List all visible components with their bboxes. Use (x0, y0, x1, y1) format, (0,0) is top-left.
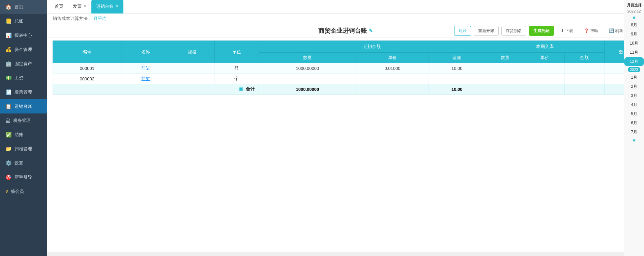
sidebar-item-guide[interactable]: 🎯 新手引导 (0, 170, 47, 184)
cell-open-amount: 10.00 (429, 63, 485, 74)
refresh-icon: 🔄 (609, 28, 614, 33)
cell-spec (170, 74, 214, 84)
month-panel-title: 月份选择 (626, 1, 642, 9)
page-title: 商贸企业进销台账 ✎ (318, 27, 373, 35)
month-2023-2[interactable]: 2月 (624, 82, 644, 91)
tab-purchase-sales[interactable]: 进销台账 ✕ (91, 0, 123, 14)
sidebar-item-settings[interactable]: ⚙️ 设置 (0, 156, 47, 170)
edit-title-icon[interactable]: ✎ (369, 28, 373, 33)
page-header: 商贸企业进销台账 ✎ 对账 重新开账 存货别名 生成凭证 ⬇ 下载 ❓ 帮助 🔄… (47, 24, 644, 38)
month-10[interactable]: 10月 (624, 39, 644, 48)
col-current-in: 本期入库 (485, 41, 605, 53)
home-icon: 🏠 (5, 4, 12, 10)
cell-open-qty (259, 74, 356, 84)
main-area: 首页 发票 ✕ 进销台账 ✕ — ⤢ ✕ 销售成本计算方法： 月平均 商贸企业进… (47, 0, 644, 256)
total-label: ▣ 合计 (53, 84, 259, 95)
cell-in-qty (485, 63, 525, 74)
table-wrapper: 编号 名称 规格 单位 期初余额 本期入库 数 数量 单价 金额 数量 单价 金… (47, 38, 644, 252)
total-icon: ▣ (239, 86, 243, 92)
total-open-unit-price (356, 84, 429, 95)
cell-in-unit-price (525, 74, 565, 84)
month-9[interactable]: 9月 (624, 30, 644, 39)
table-header-row: 编号 名称 规格 单位 期初余额 本期入库 数 (53, 41, 639, 53)
cell-in-amount (564, 74, 604, 84)
tab-home[interactable]: 首页 (50, 0, 68, 14)
generate-voucher-button[interactable]: 生成凭证 (529, 26, 554, 36)
cell-in-qty (485, 74, 525, 84)
tab-purchase-sales-close[interactable]: ✕ (116, 4, 119, 8)
sidebar-item-assets[interactable]: 🏢 固定资产 (0, 57, 47, 71)
col-open-qty: 数量 (259, 53, 356, 63)
sidebar-item-archive[interactable]: 📁 归档管理 (0, 142, 47, 156)
settings-icon: ⚙️ (5, 160, 12, 166)
ledger-icon: 📒 (5, 18, 12, 24)
col-spec: 规格 (170, 41, 214, 63)
salary-icon: 💵 (5, 75, 12, 81)
table-footer: ▣ 合计 1000.00000 10.00 (53, 84, 639, 95)
sidebar-item-capital[interactable]: 💰 资金管理 (0, 43, 47, 57)
month-2023-6[interactable]: 6月 (624, 119, 644, 128)
cost-method-label: 销售成本计算方法： 月平均 (53, 16, 639, 22)
cell-name[interactable]: 前缸 (121, 63, 170, 74)
sidebar-label-invoice-mgmt: 发票管理 (14, 89, 32, 95)
sidebar-label-salary: 工资 (14, 75, 23, 81)
sidebar-item-salary[interactable]: 💵 工资 (0, 71, 47, 85)
help-button[interactable]: ❓ 帮助 (580, 26, 602, 35)
tab-bar: 首页 发票 ✕ 进销台账 ✕ — ⤢ ✕ (47, 0, 644, 14)
sidebar: 🏠 首页 📒 总账 📊 报表中心 💰 资金管理 🏢 固定资产 💵 工资 🧾 发票… (0, 0, 47, 256)
month-panel: 月份选择 2022.12 ▲ 8月 9月 10月 11月 12月 2023 1月… (624, 0, 644, 256)
month-panel-down[interactable]: ▼ (631, 137, 638, 144)
scrollbar-area[interactable] (47, 252, 644, 256)
month-12[interactable]: 12月 (624, 57, 644, 66)
tab-invoice-label: 发票 (73, 3, 82, 9)
download-button[interactable]: ⬇ 下载 (557, 26, 577, 35)
table-row: 000001 前缸 只 1000.00000 0.01000 10.00 (53, 63, 639, 74)
col-in-qty: 数量 (485, 53, 525, 63)
col-unit: 单位 (214, 41, 259, 63)
sidebar-item-home[interactable]: 🏠 首页 (0, 0, 47, 14)
cell-name[interactable]: 前缸 (121, 74, 170, 84)
cell-open-amount (429, 74, 485, 84)
invoice-mgmt-icon: 🧾 (5, 89, 12, 95)
tab-invoice[interactable]: 发票 ✕ (68, 0, 91, 14)
total-in-unit-price (525, 84, 565, 95)
save-alias-button[interactable]: 存货别名 (501, 26, 526, 36)
month-2023-5[interactable]: 5月 (624, 109, 644, 119)
sidebar-item-reports[interactable]: 📊 报表中心 (0, 28, 47, 43)
reports-icon: 📊 (5, 32, 12, 39)
sidebar-label-guide: 新手引导 (14, 174, 32, 180)
cell-code: 000002 (53, 74, 121, 84)
col-in-unit-price: 单价 (525, 53, 565, 63)
month-2023-3[interactable]: 3月 (624, 91, 644, 100)
col-in-amount: 金额 (564, 53, 604, 63)
sidebar-item-member[interactable]: V 畅会员 (0, 184, 47, 199)
reopen-button[interactable]: 重新开账 (474, 26, 499, 36)
cell-spec (170, 63, 214, 74)
sidebar-item-purchase-sales[interactable]: 📋 进销台账 (0, 99, 47, 113)
tab-home-label: 首页 (55, 3, 63, 9)
sidebar-label-purchase-sales: 进销台账 (14, 103, 32, 109)
sidebar-label-settings: 设置 (14, 160, 23, 166)
cell-open-unit-price: 0.01000 (356, 63, 429, 74)
month-2023-4[interactable]: 4月 (624, 100, 644, 109)
sidebar-item-invoice-mgmt[interactable]: 🧾 发票管理 (0, 85, 47, 99)
year-2022-label: 2022.12 (627, 9, 641, 13)
closing-icon: ✅ (5, 132, 12, 138)
month-panel-up[interactable]: ▲ (631, 13, 638, 21)
sidebar-item-closing[interactable]: ✅ 结账 (0, 128, 47, 142)
sidebar-label-tax: 税务管理 (13, 118, 31, 124)
sidebar-label-member: 畅会员 (11, 188, 24, 195)
sidebar-item-ledger[interactable]: 📒 总账 (0, 14, 47, 28)
toolbar: 销售成本计算方法： 月平均 (47, 14, 644, 24)
month-11[interactable]: 11月 (624, 48, 644, 57)
reconcile-button[interactable]: 对账 (454, 26, 471, 36)
total-open-qty: 1000.00000 (259, 84, 356, 95)
cell-unit: 个 (214, 74, 259, 84)
year-2023-badge: 2023 (628, 67, 640, 72)
month-8[interactable]: 8月 (624, 21, 644, 30)
sidebar-item-tax[interactable]: 🏛 税务管理 (0, 113, 47, 128)
month-2023-1[interactable]: 1月 (624, 73, 644, 82)
tab-invoice-close[interactable]: ✕ (84, 4, 87, 8)
assets-icon: 🏢 (5, 61, 12, 67)
month-2023-7[interactable]: 7月 (624, 128, 644, 137)
